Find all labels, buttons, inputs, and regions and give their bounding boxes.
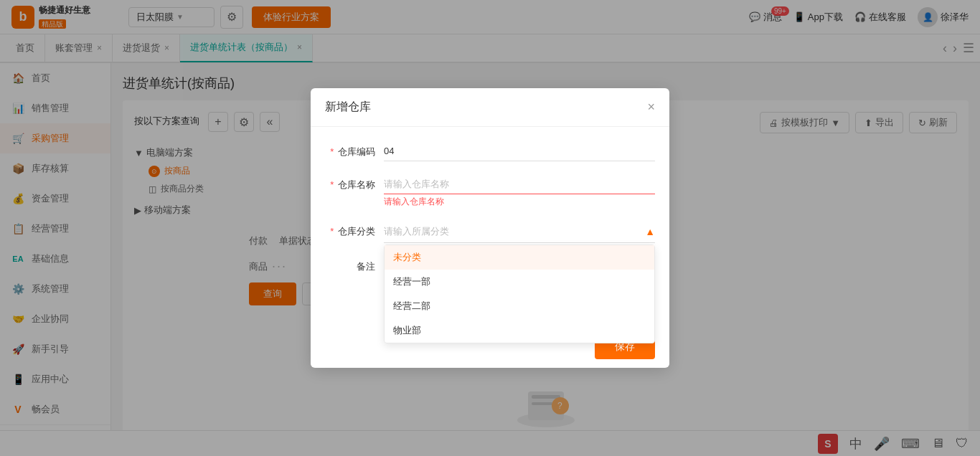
name-input[interactable]	[384, 174, 655, 194]
modal-title: 新增仓库	[325, 100, 371, 115]
name-row: * 仓库名称 请输入仓库名称	[325, 174, 655, 208]
category-input-wrap: 请输入所属分类 ▲ 未分类 经营一部 经营二部 物业部	[384, 221, 655, 243]
name-label: * 仓库名称	[325, 174, 375, 191]
category-dropdown-list: 未分类 经营一部 经营二部 物业部	[384, 244, 655, 343]
add-warehouse-modal: 新增仓库 × * 仓库编码 * 仓库名称 请输入仓库名称	[311, 88, 669, 368]
name-error-msg: 请输入仓库名称	[384, 196, 655, 208]
dropdown-item-unclassified[interactable]: 未分类	[385, 245, 654, 270]
category-dropdown[interactable]: 请输入所属分类 ▲	[384, 221, 655, 243]
code-label: * 仓库编码	[325, 141, 375, 158]
modal-close-button[interactable]: ×	[647, 100, 655, 115]
note-label: 备注	[325, 256, 375, 273]
code-input-wrap	[384, 141, 655, 161]
modal-header: 新增仓库 ×	[311, 88, 669, 127]
code-input[interactable]	[384, 141, 655, 161]
name-input-wrap: 请输入仓库名称	[384, 174, 655, 208]
category-row: * 仓库分类 请输入所属分类 ▲ 未分类 经营一部 经营二部 物业部	[325, 221, 655, 243]
category-label: * 仓库分类	[325, 221, 375, 238]
dropdown-item-property[interactable]: 物业部	[385, 318, 654, 343]
code-row: * 仓库编码	[325, 141, 655, 161]
modal-body: * 仓库编码 * 仓库名称 请输入仓库名称 * 仓库分类	[311, 127, 669, 326]
category-arrow-icon: ▲	[645, 226, 655, 237]
dropdown-item-ops2[interactable]: 经营二部	[385, 294, 654, 318]
dropdown-item-ops1[interactable]: 经营一部	[385, 270, 654, 294]
